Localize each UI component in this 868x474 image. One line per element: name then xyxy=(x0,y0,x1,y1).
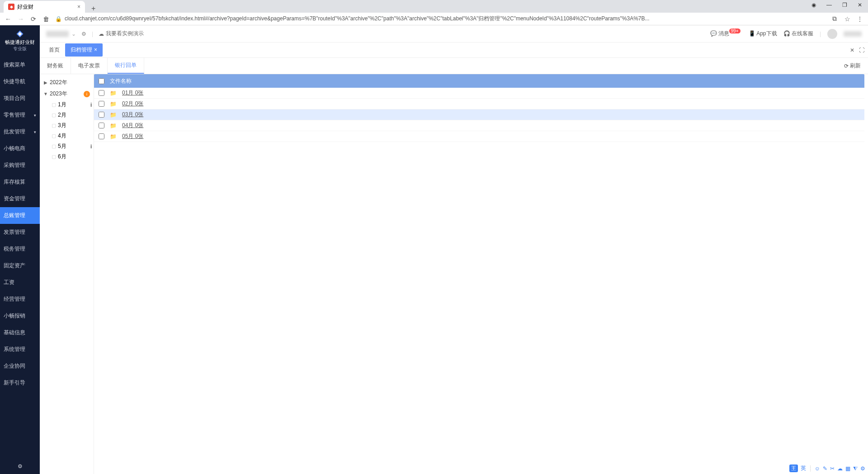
reload-icon[interactable]: ⟳ xyxy=(30,15,37,23)
address-bar[interactable]: 🔒 cloud.chanjet.com/cc/u6d89qwnryeI/57bf… xyxy=(55,15,826,23)
tab-title: 好业财 xyxy=(17,3,33,11)
kebab-menu-icon[interactable]: ⋮ xyxy=(856,15,863,23)
account-icon[interactable]: ◉ xyxy=(809,2,818,8)
tab-close-icon[interactable]: × xyxy=(77,4,80,10)
tab-favicon: ◆ xyxy=(8,4,14,10)
install-app-icon[interactable]: ⧉ xyxy=(831,15,838,23)
close-window-icon[interactable]: ✕ xyxy=(855,2,864,8)
new-tab-button[interactable]: + xyxy=(89,5,98,13)
trash-icon[interactable]: 🗑 xyxy=(42,15,50,23)
lock-icon: 🔒 xyxy=(55,16,62,22)
maximize-icon[interactable]: ❐ xyxy=(840,2,849,8)
minimize-icon[interactable]: — xyxy=(825,2,834,8)
url-text: cloud.chanjet.com/cc/u6d89qwnryeI/57bfsk… xyxy=(65,15,650,23)
forward-icon[interactable]: → xyxy=(17,15,24,23)
browser-tab[interactable]: ◆ 好业财 × xyxy=(4,1,85,13)
back-icon[interactable]: ← xyxy=(5,15,12,23)
star-icon[interactable]: ☆ xyxy=(844,15,851,23)
